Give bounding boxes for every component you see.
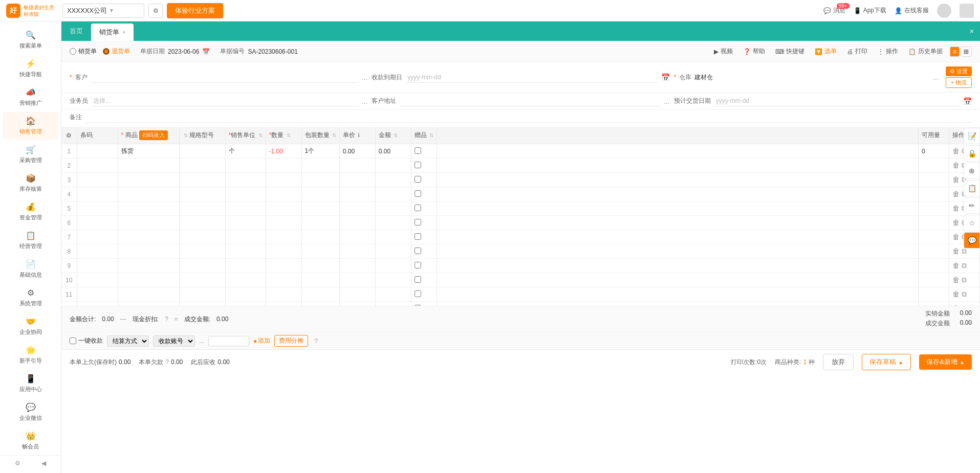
row-price[interactable]: [339, 287, 375, 302]
logistics-action-btn[interactable]: + 物流: [946, 77, 972, 88]
row-qty[interactable]: [266, 216, 301, 230]
row-gift[interactable]: [411, 287, 437, 302]
sidebar-item-operations[interactable]: 📋 经营管理: [3, 227, 58, 254]
row-spec[interactable]: [179, 173, 225, 187]
salesperson-input[interactable]: [91, 96, 359, 106]
gift-checkbox[interactable]: [415, 147, 421, 154]
add-payment-btn[interactable]: ● 添加: [253, 336, 270, 345]
row-price[interactable]: [339, 201, 375, 216]
row-copy-btn[interactable]: ⧉: [962, 276, 967, 284]
row-price[interactable]: [339, 173, 375, 187]
row-qty[interactable]: [266, 302, 301, 306]
row-product[interactable]: [118, 244, 179, 259]
history-btn[interactable]: 📋 历史单据: [905, 46, 946, 57]
tab-current[interactable]: 销货单 ×: [91, 24, 134, 41]
row-qty[interactable]: [266, 273, 301, 287]
sidebar-item-marketing[interactable]: 📣 营销推广: [3, 83, 58, 111]
warehouse-more-btn[interactable]: ...: [932, 73, 939, 81]
account-select[interactable]: 收款账号: [153, 335, 195, 347]
row-spec[interactable]: [179, 259, 225, 273]
payment-method-select[interactable]: 结算方式: [107, 335, 149, 347]
row-price[interactable]: [339, 273, 375, 287]
notes-input[interactable]: [85, 112, 972, 123]
sidebar-item-inventory[interactable]: 📦 库存核算: [3, 169, 58, 197]
row-qty[interactable]: [266, 230, 301, 244]
row-gift[interactable]: [411, 144, 437, 159]
row-price[interactable]: [339, 244, 375, 259]
gift-checkbox[interactable]: [415, 162, 421, 168]
receive-date-input[interactable]: [405, 72, 658, 83]
row-price[interactable]: [339, 187, 375, 201]
ops-btn[interactable]: ⋮ 操作: [875, 46, 901, 57]
row-delete-btn[interactable]: 🗑: [952, 233, 960, 241]
sidebar-collapse-icon[interactable]: ◀: [41, 460, 46, 467]
customer-more-btn[interactable]: ...: [362, 73, 368, 81]
sidebar-item-system[interactable]: ⚙ 系统管理: [3, 284, 58, 311]
gift-checkbox[interactable]: [415, 247, 421, 254]
date-calendar-icon[interactable]: 📅: [202, 48, 210, 55]
row-spec[interactable]: [179, 187, 225, 201]
print-btn[interactable]: 🖨 打印: [844, 46, 870, 57]
sidebar-item-app-center[interactable]: 📱 应用中心: [3, 370, 58, 397]
row-delete-btn[interactable]: 🗑: [952, 204, 960, 213]
row-spec[interactable]: [179, 230, 225, 244]
row-qty[interactable]: [266, 159, 301, 173]
row-spec[interactable]: [179, 159, 225, 173]
topbar-settings-btn[interactable]: ⚙: [148, 4, 163, 18]
row-price[interactable]: [339, 216, 375, 230]
one-click-pay-checkbox[interactable]: 一键收款: [70, 336, 103, 345]
help-btn[interactable]: ❓ 帮助: [740, 46, 768, 57]
row-gift[interactable]: [411, 244, 437, 259]
one-click-pay-input[interactable]: [70, 337, 76, 344]
customer-addr-input[interactable]: [399, 96, 661, 106]
row-price[interactable]: [339, 159, 375, 173]
row-qty[interactable]: -1.00: [266, 144, 301, 159]
row-qty[interactable]: [266, 244, 301, 259]
sidebar-item-quick-nav[interactable]: ⚡ 快捷导航: [3, 55, 58, 82]
row-price[interactable]: [339, 230, 375, 244]
row-product[interactable]: [118, 287, 179, 302]
gift-checkbox[interactable]: [415, 219, 421, 226]
row-product[interactable]: [118, 187, 179, 201]
row-spec[interactable]: [179, 201, 225, 216]
settings-action-btn[interactable]: ⚙ 设置: [946, 66, 972, 76]
row-gift[interactable]: [411, 201, 437, 216]
sidebar-item-guide[interactable]: 🌟 新手引导: [3, 341, 58, 369]
receive-date-calendar-icon[interactable]: 📅: [661, 73, 670, 81]
tab-bar-close-btn[interactable]: ×: [970, 27, 974, 35]
gift-checkbox[interactable]: [415, 290, 421, 297]
user-menu-btn[interactable]: [960, 4, 974, 18]
sidebar-settings-icon[interactable]: ⚙: [15, 460, 20, 467]
message-btn[interactable]: 💬 消息 99+: [823, 6, 845, 15]
cash-discount-help[interactable]: ?: [165, 316, 168, 323]
row-price[interactable]: 0.00: [339, 144, 375, 159]
shortcut-btn[interactable]: ⌨ 快捷键: [772, 46, 808, 57]
save-draft-btn[interactable]: 保存草稿 ▲: [862, 354, 911, 370]
fee-btn[interactable]: 费用分摊: [274, 335, 308, 347]
row-product[interactable]: [118, 273, 179, 287]
row-product[interactable]: [118, 173, 179, 187]
app-download-btn[interactable]: 📱 App下载: [854, 6, 886, 15]
row-copy-btn[interactable]: ⧉: [962, 261, 967, 270]
sidebar-item-sales[interactable]: 🏠 销售管理: [3, 112, 58, 140]
row-spec[interactable]: [179, 144, 225, 159]
abandon-btn[interactable]: 放弃: [823, 354, 854, 370]
float-btn-2[interactable]: 🔒: [964, 145, 980, 162]
expected-date-calendar-icon[interactable]: 📅: [963, 97, 972, 105]
float-btn-1[interactable]: 📝: [964, 128, 980, 144]
row-copy-btn[interactable]: ⧉: [962, 290, 967, 299]
float-btn-orange[interactable]: 💬: [964, 232, 980, 249]
row-delete-btn[interactable]: 🗑: [952, 247, 960, 256]
account-more-btn[interactable]: ...: [199, 337, 204, 345]
row-qty[interactable]: [266, 287, 301, 302]
row-delete-btn[interactable]: 🗑: [952, 218, 960, 227]
row-delete-btn[interactable]: 🗑: [952, 175, 960, 184]
row-gift[interactable]: [411, 216, 437, 230]
gift-checkbox[interactable]: [415, 276, 421, 283]
row-product[interactable]: [118, 159, 179, 173]
row-product[interactable]: [118, 230, 179, 244]
th-setting[interactable]: ⚙: [61, 127, 77, 144]
float-btn-5[interactable]: ✏: [964, 197, 980, 214]
video-btn[interactable]: ▶ 视频: [711, 46, 736, 57]
avatar[interactable]: [937, 4, 951, 18]
